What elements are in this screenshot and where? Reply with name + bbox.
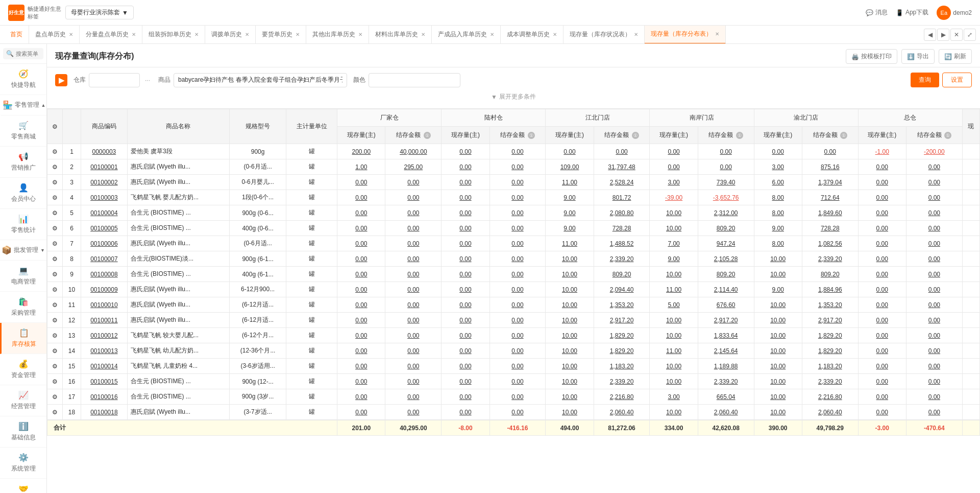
row-zc-qty[interactable]: 0.00	[858, 159, 906, 175]
tab-yhlsh[interactable]: 要货单历史 ✕	[256, 26, 306, 44]
row-lc-amt[interactable]: 0.00	[489, 297, 546, 313]
row-na-amt[interactable]: 809.20	[698, 267, 754, 282]
row-yb-qty[interactable]: 8.00	[754, 190, 802, 205]
row-gear[interactable]: ⚙	[47, 389, 63, 405]
row-code[interactable]: 00100008	[81, 267, 128, 282]
tab-ccprlsh[interactable]: 产成品入库单历史 ✕	[432, 26, 501, 44]
row-lc-amt[interactable]: 0.00	[489, 313, 546, 328]
row-gear[interactable]: ⚙	[47, 236, 63, 251]
row-cj-qty[interactable]: 0.00	[337, 251, 385, 267]
row-jb-qty[interactable]: 9.00	[546, 205, 594, 221]
row-jb-qty[interactable]: 10.00	[546, 313, 594, 328]
row-code[interactable]: 00100011	[81, 313, 128, 328]
row-cj-qty[interactable]: 0.00	[337, 313, 385, 328]
row-lc-amt[interactable]: 0.00	[489, 374, 546, 389]
row-cj-qty[interactable]: 0.00	[337, 405, 385, 420]
tab-clcklsh[interactable]: 材料出库单历史 ✕	[369, 26, 432, 44]
sidebar-item-jichuxinxi[interactable]: ℹ️ 基础信息	[0, 416, 46, 448]
row-na-qty[interactable]: 10.00	[650, 328, 698, 343]
row-lc-qty[interactable]: 0.00	[442, 389, 489, 405]
row-cj-amt[interactable]: 0.00	[385, 267, 442, 282]
row-yb-amt[interactable]: 728.28	[802, 221, 858, 236]
sidebar-item-lingshouguanli[interactable]: 🏪 零售管理 ▲	[0, 95, 46, 115]
row-lc-amt[interactable]: 0.00	[489, 205, 546, 221]
row-code[interactable]: 00100003	[81, 190, 128, 205]
row-jb-qty[interactable]: 10.00	[546, 405, 594, 420]
row-code[interactable]: 00100018	[81, 405, 128, 420]
row-lc-qty[interactable]: 0.00	[442, 236, 489, 251]
row-na-amt[interactable]: 2,917.20	[698, 313, 754, 328]
search-input[interactable]	[16, 51, 40, 57]
industry-selector[interactable]: 母婴行业演示陈套 ▼	[65, 6, 134, 19]
row-jb-qty[interactable]: 9.00	[546, 221, 594, 236]
zc-amt-info[interactable]: ①	[944, 132, 951, 139]
row-zc-qty[interactable]: 0.00	[858, 359, 906, 374]
row-na-qty[interactable]: 0.00	[650, 144, 698, 159]
row-yb-qty[interactable]: 10.00	[754, 374, 802, 389]
row-zc-qty[interactable]: 0.00	[858, 175, 906, 190]
row-cj-amt[interactable]: 0.00	[385, 313, 442, 328]
row-yb-qty[interactable]: 10.00	[754, 405, 802, 420]
row-yb-amt[interactable]: 1,082.56	[802, 236, 858, 251]
close-tab-yhlsh[interactable]: ✕	[296, 32, 300, 37]
row-jb-qty[interactable]: 11.00	[546, 236, 594, 251]
row-code[interactable]: 00100014	[81, 359, 128, 374]
row-na-qty[interactable]: 0.00	[650, 159, 698, 175]
tab-xclkczkb[interactable]: 现存量（库存状况表） ✕	[564, 26, 645, 44]
row-yb-qty[interactable]: 10.00	[754, 267, 802, 282]
row-yb-amt[interactable]: 1,829.20	[802, 328, 858, 343]
row-yb-amt[interactable]: 1,379.04	[802, 175, 858, 190]
row-code[interactable]: 0000003	[81, 144, 128, 159]
row-lc-qty[interactable]: 0.00	[442, 251, 489, 267]
tab-flpdlsh[interactable]: 分量盘点单历史 ✕	[80, 26, 142, 44]
row-code[interactable]: 00100001	[81, 159, 128, 175]
row-lc-qty[interactable]: 0.00	[442, 205, 489, 221]
row-yb-amt[interactable]: 1,353.20	[802, 297, 858, 313]
row-na-qty[interactable]: 9.00	[650, 251, 698, 267]
row-yb-qty[interactable]: 8.00	[754, 205, 802, 221]
sidebar-item-kuaijiedaohang[interactable]: 🧭 快捷导航	[0, 64, 46, 95]
row-gear[interactable]: ⚙	[47, 328, 63, 343]
row-zc-qty[interactable]: 0.00	[858, 205, 906, 221]
row-zc-amt[interactable]: 0.00	[906, 359, 962, 374]
row-gear[interactable]: ⚙	[47, 175, 63, 190]
row-zc-qty[interactable]: 0.00	[858, 282, 906, 297]
row-lc-amt[interactable]: 0.00	[489, 282, 546, 297]
sidebar-item-dianshanguanli[interactable]: 💻 电商管理	[0, 261, 46, 292]
row-zc-amt[interactable]: 0.00	[906, 175, 962, 190]
row-code[interactable]: 00100002	[81, 175, 128, 190]
row-na-amt[interactable]: 2,114.40	[698, 282, 754, 297]
row-code[interactable]: 00100007	[81, 251, 128, 267]
row-code[interactable]: 00100016	[81, 389, 128, 405]
row-jb-qty[interactable]: 10.00	[546, 359, 594, 374]
cj-amt-info[interactable]: ①	[424, 132, 431, 139]
row-jb-qty[interactable]: 109.00	[546, 159, 594, 175]
row-zc-qty[interactable]: -1.00	[858, 144, 906, 159]
row-na-qty[interactable]: 10.00	[650, 405, 698, 420]
row-cj-amt[interactable]: 0.00	[385, 190, 442, 205]
row-na-amt[interactable]: 0.00	[698, 144, 754, 159]
row-jb-amt[interactable]: 2,528.24	[594, 175, 650, 190]
row-jb-amt[interactable]: 801.72	[594, 190, 650, 205]
row-yb-qty[interactable]: 10.00	[754, 359, 802, 374]
row-gear[interactable]: ⚙	[47, 297, 63, 313]
row-na-qty[interactable]: -39.00	[650, 190, 698, 205]
row-lc-qty[interactable]: 0.00	[442, 144, 489, 159]
tab-zzcxlsh[interactable]: 组装拆卸单历史 ✕	[142, 26, 205, 44]
row-cj-amt[interactable]: 295.00	[385, 159, 442, 175]
row-cj-qty[interactable]: 0.00	[337, 389, 385, 405]
row-na-qty[interactable]: 10.00	[650, 313, 698, 328]
row-na-qty[interactable]: 10.00	[650, 267, 698, 282]
row-yb-qty[interactable]: 10.00	[754, 251, 802, 267]
row-code[interactable]: 00100009	[81, 282, 128, 297]
row-lc-amt[interactable]: 0.00	[489, 175, 546, 190]
close-tab-tblsh[interactable]: ✕	[245, 32, 249, 37]
row-zc-amt[interactable]: 0.00	[906, 313, 962, 328]
row-cj-qty[interactable]: 0.00	[337, 374, 385, 389]
row-na-qty[interactable]: 10.00	[650, 221, 698, 236]
app-download-btn[interactable]: 📱 App下载	[896, 8, 928, 17]
na-amt-info[interactable]: ①	[736, 132, 743, 139]
row-gear[interactable]: ⚙	[47, 221, 63, 236]
sidebar-item-jingyingguanli[interactable]: 📈 经营管理	[0, 385, 46, 416]
row-gear[interactable]: ⚙	[47, 282, 63, 297]
